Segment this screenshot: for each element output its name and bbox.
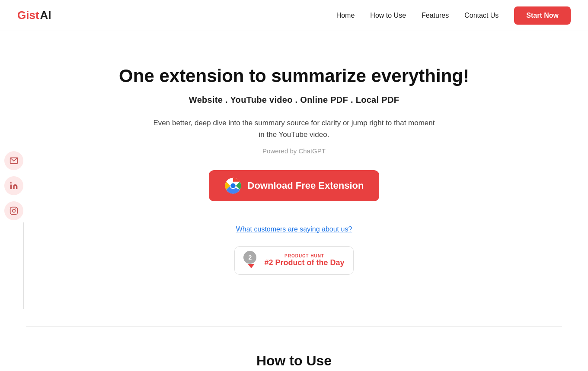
svg-rect-3 (10, 207, 18, 214)
download-button-label: Download Free Extension (248, 180, 364, 191)
hero-subtitle: Website . YouTube video . Online PDF . L… (17, 95, 571, 105)
svg-point-5 (16, 209, 16, 209)
logo-ai: AI (40, 9, 51, 22)
svg-point-2 (10, 182, 12, 183)
nav-home[interactable]: Home (336, 12, 355, 19)
ph-medal-ribbon (248, 264, 255, 268)
svg-rect-1 (10, 184, 12, 189)
svg-point-8 (230, 184, 236, 189)
how-to-use-section: How to Use Install the Gist AI extension… (0, 327, 588, 371)
linkedin-social-button[interactable] (4, 176, 23, 195)
product-hunt-badge[interactable]: 2 PRODUCT HUNT #2 Product of the Day (234, 246, 353, 275)
instagram-social-button[interactable] (4, 201, 23, 220)
ph-medal-number: 2 (243, 251, 256, 264)
how-to-use-title: How to Use (52, 353, 536, 369)
left-border-line (23, 222, 24, 309)
start-now-button[interactable]: Start Now (514, 6, 571, 25)
nav-links: Home How to Use Features Contact Us Star… (336, 6, 571, 25)
customer-link-container: What customers are saying about us? (17, 225, 571, 233)
ph-label: PRODUCT HUNT (264, 254, 344, 258)
ph-rank: #2 Product of the Day (264, 258, 344, 267)
download-extension-button[interactable]: Download Free Extension (209, 170, 380, 201)
powered-by: Powered by ChatGPT (17, 147, 571, 155)
nav-features[interactable]: Features (422, 12, 449, 19)
hero-section: One extension to summarize everything! W… (0, 31, 588, 327)
hero-title: One extension to summarize everything! (17, 66, 571, 86)
nav-how-to-use[interactable]: How to Use (370, 12, 406, 19)
ph-text: PRODUCT HUNT #2 Product of the Day (264, 254, 344, 267)
chrome-icon (224, 177, 242, 194)
logo-gist: Gist (17, 9, 39, 22)
nav-contact-us[interactable]: Contact Us (464, 12, 499, 19)
logo[interactable]: Gist AI (17, 9, 51, 22)
email-social-button[interactable] (4, 151, 23, 170)
sidebar-social (4, 151, 23, 220)
navbar: Gist AI Home How to Use Features Contact… (0, 0, 588, 31)
svg-point-4 (13, 209, 16, 212)
ph-medal-icon: 2 (243, 251, 259, 270)
customer-link[interactable]: What customers are saying about us? (236, 225, 352, 233)
hero-description: Even better, deep dive into the summary … (151, 117, 437, 140)
